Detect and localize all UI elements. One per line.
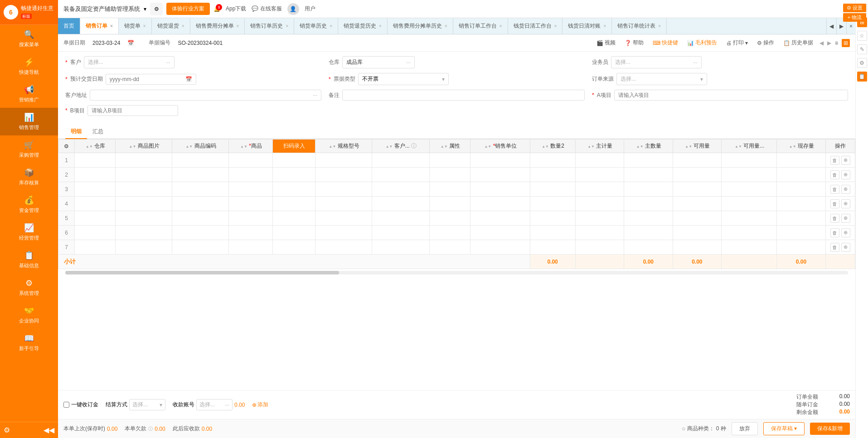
row-3-col-6[interactable] — [315, 182, 372, 197]
row-3-col-5[interactable] — [272, 182, 315, 197]
col-scan[interactable]: 扫码录入 — [272, 140, 315, 153]
address-text-input[interactable] — [94, 92, 311, 98]
row-2-delete[interactable]: 🗑 — [830, 170, 839, 179]
row-4-col-1[interactable] — [75, 197, 116, 211]
row-1-col-6[interactable] — [315, 153, 372, 168]
help-btn[interactable]: ❓ 帮助 — [622, 38, 646, 48]
tab-close-9[interactable]: × — [499, 24, 502, 29]
row-1-col-14[interactable] — [722, 153, 777, 168]
row-3-col-3[interactable] — [172, 182, 229, 197]
sidebar-item-快捷导航[interactable]: ⚡快捷导航 — [0, 53, 58, 80]
row-5-col-2[interactable] — [116, 211, 172, 226]
row-2-col-11[interactable] — [575, 168, 624, 182]
row-1-col-11[interactable] — [575, 153, 624, 168]
sidebar-item-资金管理[interactable]: 💰资金管理 — [0, 191, 58, 218]
row-7-col-14[interactable] — [722, 240, 777, 255]
row-7-col-3[interactable] — [172, 240, 229, 255]
industry-btn[interactable]: 体验行业方案 — [166, 3, 210, 15]
tab-close-12[interactable]: × — [658, 24, 661, 29]
row-2-col-15[interactable] — [777, 168, 826, 182]
sidebar-item-企业协同[interactable]: 🤝企业协同 — [0, 301, 58, 329]
tab-10[interactable]: 钱货日清工作台 × — [508, 18, 563, 34]
row-7-col-13[interactable] — [673, 240, 722, 255]
row-3-col-12[interactable] — [624, 182, 673, 197]
tab-3[interactable]: 销货退货 × — [152, 18, 190, 34]
notification-icon[interactable]: 🔔9 — [213, 6, 220, 12]
tab-close-6[interactable]: × — [330, 24, 332, 29]
row-2-col-10[interactable] — [530, 168, 575, 182]
row-2-col-2[interactable] — [116, 168, 172, 182]
tab-close-10[interactable]: × — [554, 24, 557, 29]
row-3-col-11[interactable] — [575, 182, 624, 197]
row-7-col-6[interactable] — [315, 240, 372, 255]
row-4-col-14[interactable] — [722, 197, 777, 211]
row-6-col-14[interactable] — [722, 226, 777, 240]
settings-topbar-icon[interactable]: ⚙ — [150, 3, 163, 15]
calendar-icon[interactable]: 📅 — [127, 40, 134, 46]
profit-btn[interactable]: 📊 毛利预告 — [684, 38, 720, 48]
row-3-col-15[interactable] — [777, 182, 826, 197]
warehouse-input[interactable]: 成品库 ··· — [342, 56, 415, 68]
row-4-col-12[interactable] — [624, 197, 673, 211]
system-dropdown[interactable]: ▾ — [144, 6, 146, 12]
account-expand-icon[interactable]: ··· — [225, 402, 229, 408]
row-2-col-12[interactable] — [624, 168, 673, 182]
right-panel-icon-3[interactable]: ☆ — [857, 31, 867, 41]
sidebar-item-经营管理[interactable]: 📈经营管理 — [0, 218, 58, 246]
row-7-col-15[interactable] — [777, 240, 826, 255]
a-project-input[interactable] — [614, 90, 848, 101]
row-4-col-4[interactable] — [228, 197, 272, 211]
save-draft-btn[interactable]: 保存草稿 ▾ — [763, 422, 805, 435]
row-2-col-9[interactable] — [470, 168, 530, 182]
online-service-link[interactable]: 💬 在线客服 — [252, 5, 281, 13]
order-source-input[interactable]: 选择... ▾ — [616, 73, 707, 85]
tab-2[interactable]: 销货单 × — [119, 18, 152, 34]
row-1-col-8[interactable] — [429, 153, 470, 168]
row-1-col-1[interactable] — [75, 153, 116, 168]
col-settings[interactable]: ⚙ — [58, 140, 75, 153]
row-2-col-1[interactable] — [75, 168, 116, 182]
row-5-col-3[interactable] — [172, 211, 229, 226]
row-3-col-13[interactable] — [673, 182, 722, 197]
tab-prev[interactable]: ◀ — [826, 18, 836, 34]
row-5-col-12[interactable] — [624, 211, 673, 226]
row-1-delete[interactable]: 🗑 — [830, 156, 839, 165]
tab-close-2[interactable]: × — [143, 24, 146, 29]
row-3-col-4[interactable] — [228, 182, 272, 197]
row-2-col-8[interactable] — [429, 168, 470, 182]
row-5-col-14[interactable] — [722, 211, 777, 226]
row-4-col-15[interactable] — [777, 197, 826, 211]
row-7-col-12[interactable] — [624, 240, 673, 255]
operate-btn[interactable]: ⚙ 操作 — [754, 38, 777, 48]
tab-close-1[interactable]: × — [110, 24, 113, 29]
row-3-copy[interactable]: ⊕ — [841, 185, 850, 194]
row-6-col-2[interactable] — [116, 226, 172, 240]
row-5-col-1[interactable] — [75, 211, 116, 226]
row-1-col-5[interactable] — [272, 153, 315, 168]
row-4-col-8[interactable] — [429, 197, 470, 211]
row-3-col-8[interactable] — [429, 182, 470, 197]
save-draft-chevron[interactable]: ▾ — [794, 425, 797, 432]
row-1-col-3[interactable] — [172, 153, 229, 168]
tab-4[interactable]: 销售费用分摊单 × — [190, 18, 245, 34]
row-2-col-4[interactable] — [228, 168, 272, 182]
shortcut-btn[interactable]: ⌨ 快捷键 — [650, 38, 681, 48]
quick-settle-checkbox[interactable] — [63, 402, 69, 408]
row-5-delete[interactable]: 🗑 — [830, 214, 839, 223]
row-4-col-6[interactable] — [315, 197, 372, 211]
right-panel-icon-5[interactable]: ⚙ — [857, 58, 867, 68]
warehouse-expand-icon[interactable]: ··· — [406, 59, 411, 66]
row-1-col-10[interactable] — [530, 153, 575, 168]
nav-left-icon[interactable]: ◀ — [820, 40, 824, 46]
user-avatar[interactable]: 👤 — [287, 3, 299, 15]
date-value[interactable]: 2023-03-24 — [92, 40, 120, 46]
row-5-col-11[interactable] — [575, 211, 624, 226]
row-5-col-15[interactable] — [777, 211, 826, 226]
customer-input[interactable]: 选择... ··· — [84, 56, 175, 68]
row-3-col-7[interactable] — [372, 182, 430, 197]
row-5-col-4[interactable] — [228, 211, 272, 226]
row-2-col-3[interactable] — [172, 168, 229, 182]
row-7-delete[interactable]: 🗑 — [830, 243, 839, 252]
sidebar-item-采购管理[interactable]: 🛒采购管理 — [0, 135, 58, 163]
row-6-col-6[interactable] — [315, 226, 372, 240]
